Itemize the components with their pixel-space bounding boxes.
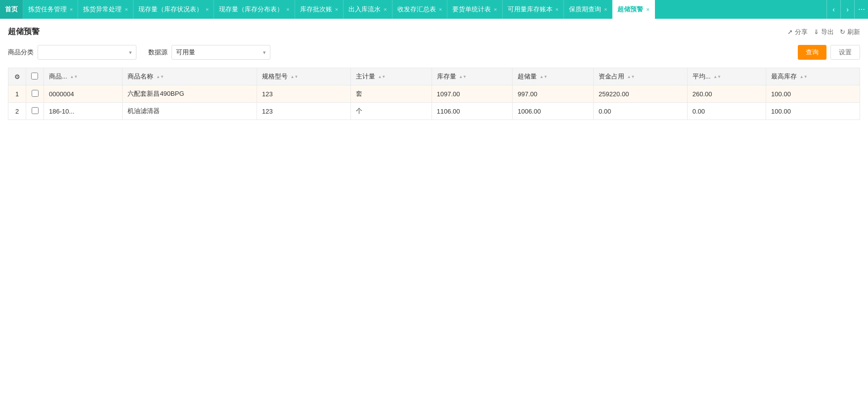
th-overstock[interactable]: 超储量 ▲▼ [513, 68, 594, 85]
spec-cell: 123 [257, 85, 350, 103]
share-button[interactable]: ➚ 分享 [787, 28, 808, 37]
nav-close-picking-task[interactable]: × [70, 6, 73, 12]
table-header-row: ⚙ 商品... ▲▼ 商品名称 ▲▼ 规格型号 ▲▼ [8, 68, 860, 85]
export-button[interactable]: ⇓ 导出 [814, 28, 834, 37]
nav-available-stock-label: 可用量库存账本 [508, 5, 553, 14]
nav-close-inout-flow[interactable]: × [384, 6, 387, 12]
th-unit[interactable]: 主计量 ▲▼ [350, 68, 432, 85]
nav-overstock-warning-label: 超储预警 [617, 5, 643, 14]
th-product-code[interactable]: 商品... ▲▼ [44, 68, 123, 85]
datasource-chevron-icon: ▾ [263, 49, 266, 56]
nav-close-overstock-warning[interactable]: × [646, 6, 649, 12]
top-nav: 首页 拣货任务管理 × 拣货异常处理 × 现存量（库存状况表） × 现存量（库存… [0, 0, 868, 19]
table-body: 10000004六配套新昌490BPG123套1097.00997.002592… [8, 85, 860, 120]
nav-item-shelf-life[interactable]: 保质期查询 × [564, 0, 612, 19]
nav-close-recv-summary[interactable]: × [439, 6, 442, 12]
nav-picking-task-label: 拣货任务管理 [28, 5, 67, 14]
row-select-cell[interactable] [26, 85, 44, 103]
capital-cell: 259220.00 [593, 85, 687, 103]
th-select-all[interactable] [26, 68, 44, 85]
export-icon: ⇓ [814, 28, 819, 36]
nav-close-picking-exception[interactable]: × [125, 6, 128, 12]
product-code-cell: 0000004 [44, 85, 123, 103]
filter-datasource: 数据源 可用量 ▾ [148, 45, 270, 60]
nav-item-stock-dist[interactable]: 现存量（库存分布表） × [214, 0, 295, 19]
product-name-cell: 六配套新昌490BPG [123, 85, 257, 103]
nav-item-picking-exception[interactable]: 拣货异常处理 × [78, 0, 133, 19]
filter-category: 商品分类 ▾ [8, 45, 136, 60]
data-table: ⚙ 商品... ▲▼ 商品名称 ▲▼ 规格型号 ▲▼ [8, 68, 860, 120]
nav-item-order-stats[interactable]: 要货单统计表 × [447, 0, 502, 19]
nav-item-home[interactable]: 首页 [0, 0, 23, 19]
nav-close-available-stock[interactable]: × [556, 6, 559, 12]
product-code-cell: 186-10... [44, 103, 123, 120]
filter-row: 商品分类 ▾ 数据源 可用量 ▾ 查询 设置 [8, 45, 860, 60]
nav-close-shelf-life[interactable]: × [604, 6, 607, 12]
th-avg[interactable]: 平均... ▲▼ [687, 68, 766, 85]
nav-close-stock-dist[interactable]: × [286, 6, 289, 12]
nav-item-stock-status[interactable]: 现存量（库存状况表） × [133, 0, 214, 19]
nav-arrow-right-button[interactable]: › [840, 0, 854, 19]
nav-close-batch-account[interactable]: × [335, 6, 338, 12]
datasource-select-value: 可用量 [176, 48, 195, 57]
export-label: 导出 [821, 28, 834, 37]
filter-buttons: 查询 设置 [798, 45, 860, 60]
stock-cell: 1106.00 [432, 103, 513, 120]
nav-inout-flow-label: 出入库流水 [348, 5, 381, 14]
row-number: 2 [8, 103, 26, 120]
nav-stock-status-label: 现存量（库存状况表） [138, 5, 203, 14]
sort-stock-icon: ▲▼ [459, 75, 467, 79]
chevron-down-icon: ▾ [129, 49, 132, 56]
avg-cell: 0.00 [687, 103, 766, 120]
row-select-cell[interactable] [26, 103, 44, 120]
unit-cell: 套 [350, 85, 432, 103]
overstock-cell: 997.00 [513, 85, 594, 103]
th-capital[interactable]: 资金占用 ▲▼ [593, 68, 687, 85]
refresh-button[interactable]: ↻ 刷新 [840, 28, 860, 37]
th-product-name[interactable]: 商品名称 ▲▼ [123, 68, 257, 85]
page-title: 超储预警 [8, 27, 40, 37]
datasource-select[interactable]: 可用量 ▾ [172, 45, 270, 60]
refresh-icon: ↻ [840, 28, 845, 36]
th-gear[interactable]: ⚙ [8, 68, 26, 85]
select-all-checkbox[interactable] [31, 73, 38, 79]
overstock-cell: 1006.00 [513, 103, 594, 120]
sort-product-code-icon: ▲▼ [70, 75, 78, 79]
sort-overstock-icon: ▲▼ [540, 75, 548, 79]
row-checkbox[interactable] [32, 90, 39, 97]
query-button[interactable]: 查询 [798, 45, 826, 60]
share-icon: ➚ [787, 28, 793, 36]
nav-item-overstock-warning[interactable]: 超储预警 × [612, 0, 654, 19]
sort-product-name-icon: ▲▼ [156, 75, 164, 79]
nav-batch-account-label: 库存批次账 [300, 5, 332, 14]
sort-avg-icon: ▲▼ [713, 75, 721, 79]
nav-item-inout-flow[interactable]: 出入库流水 × [344, 0, 392, 19]
nav-stock-dist-label: 现存量（库存分布表） [219, 5, 283, 14]
spec-cell: 123 [257, 103, 350, 120]
setting-button[interactable]: 设置 [830, 45, 860, 60]
nav-recv-summary-label: 收发存汇总表 [397, 5, 436, 14]
refresh-label: 刷新 [847, 28, 860, 37]
nav-item-recv-summary[interactable]: 收发存汇总表 × [392, 0, 447, 19]
nav-order-stats-label: 要货单统计表 [452, 5, 491, 14]
nav-item-picking-task[interactable]: 拣货任务管理 × [23, 0, 78, 19]
nav-close-stock-status[interactable]: × [206, 6, 209, 12]
main-content: 超储预警 ➚ 分享 ⇓ 导出 ↻ 刷新 商品分类 ▾ 数据源 [0, 19, 868, 395]
table-row: 2186-10...机油滤清器123个1106.001006.000.000.0… [8, 103, 860, 120]
page-header: 超储预警 ➚ 分享 ⇓ 导出 ↻ 刷新 [8, 27, 860, 37]
category-select[interactable]: ▾ [38, 45, 136, 60]
row-checkbox[interactable] [32, 107, 39, 114]
nav-item-available-stock[interactable]: 可用量库存账本 × [503, 0, 564, 19]
th-spec[interactable]: 规格型号 ▲▼ [257, 68, 350, 85]
nav-picking-exception-label: 拣货异常处理 [83, 5, 122, 14]
product-name-cell: 机油滤清器 [123, 103, 257, 120]
th-stock[interactable]: 库存量 ▲▼ [432, 68, 513, 85]
nav-arrow-left-button[interactable]: ‹ [826, 0, 840, 19]
nav-item-batch-account[interactable]: 库存批次账 × [295, 0, 344, 19]
header-actions: ➚ 分享 ⇓ 导出 ↻ 刷新 [787, 28, 860, 37]
nav-arrow-more-button[interactable]: ⋯ [854, 0, 868, 19]
nav-shelf-life-label: 保质期查询 [569, 5, 601, 14]
nav-close-order-stats[interactable]: × [494, 6, 497, 12]
th-max-stock[interactable]: 最高库存 ▲▼ [766, 68, 860, 85]
avg-cell: 260.00 [687, 85, 766, 103]
